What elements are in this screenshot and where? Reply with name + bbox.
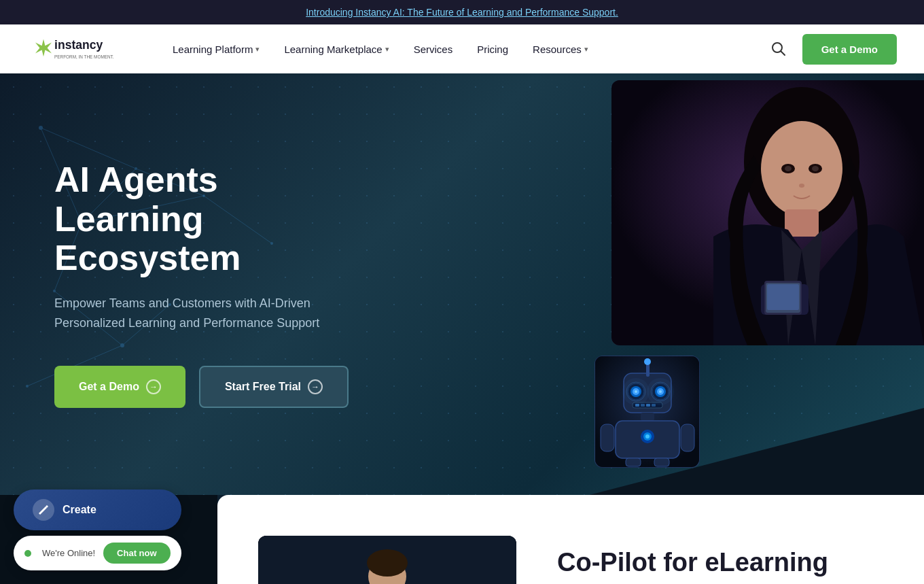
svg-point-35: [812, 166, 819, 171]
hero-buttons: Get a Demo → Start Free Trial →: [54, 366, 367, 408]
copilot-illustration: [258, 536, 516, 584]
hero-robot-image: [594, 356, 700, 468]
hero-portrait-image: [611, 80, 924, 345]
search-button[interactable]: [766, 36, 792, 62]
navbar: instancy PERFORM, IN THE MOMENT. Learnin…: [0, 24, 924, 73]
hero-title: AI Agents Learning Ecosystem: [54, 160, 367, 277]
svg-rect-49: [646, 363, 650, 377]
announcement-bar: Introducing Instancy AI: The Future of L…: [0, 0, 924, 24]
woman-illustration: [611, 80, 924, 345]
svg-text:PERFORM, IN THE MOMENT.: PERFORM, IN THE MOMENT.: [54, 54, 114, 59]
chat-widget: We're Online! Chat now: [14, 536, 181, 570]
svg-point-66: [647, 378, 674, 405]
svg-line-4: [781, 52, 785, 56]
svg-point-34: [785, 166, 792, 171]
search-icon: [771, 41, 786, 56]
svg-point-36: [799, 184, 804, 188]
svg-rect-53: [641, 404, 645, 407]
svg-rect-62: [681, 424, 694, 451]
copilot-image: [258, 536, 516, 584]
copilot-text: Co-Pilot for eLearning Creators Harness …: [557, 547, 883, 584]
logo-area: instancy PERFORM, IN THE MOMENT.: [27, 30, 136, 68]
svg-rect-54: [646, 404, 650, 407]
svg-rect-56: [641, 413, 654, 421]
logo: instancy PERFORM, IN THE MOMENT.: [27, 30, 136, 68]
copilot-right-panel: Co-Pilot for eLearning Creators Harness …: [217, 495, 924, 584]
svg-point-26: [761, 121, 842, 216]
nav-links: Learning Platform ▾ Learning Marketplace…: [163, 38, 598, 61]
svg-rect-55: [652, 404, 656, 407]
svg-point-65: [622, 378, 650, 405]
chat-status-text: We're Online!: [42, 548, 95, 558]
nav-item-services[interactable]: Services: [404, 38, 463, 61]
chevron-down-icon: ▾: [385, 45, 389, 54]
bottom-widget: Create We're Online! Chat now: [14, 489, 181, 570]
get-demo-nav-button[interactable]: Get a Demo: [802, 34, 897, 65]
robot-illustration: [595, 356, 700, 468]
announcement-link[interactable]: Introducing Instancy AI: The Future of L…: [306, 7, 618, 18]
svg-rect-61: [601, 424, 614, 451]
chat-now-button[interactable]: Chat now: [103, 543, 171, 564]
svg-rect-64: [654, 458, 669, 466]
nav-item-pricing[interactable]: Pricing: [467, 38, 518, 61]
start-free-trial-button[interactable]: Start Free Trial →: [199, 366, 349, 408]
copilot-title: Co-Pilot for eLearning Creators: [557, 547, 883, 584]
hero-content: AI Agents Learning Ecosystem Empower Tea…: [0, 106, 408, 462]
svg-marker-0: [35, 39, 52, 57]
arrow-right-icon: →: [308, 379, 323, 394]
svg-point-78: [367, 549, 408, 577]
svg-rect-31: [767, 284, 799, 310]
chevron-down-icon: ▾: [584, 45, 588, 54]
arrow-right-icon: →: [146, 379, 161, 394]
svg-text:instancy: instancy: [54, 38, 103, 52]
svg-point-60: [645, 434, 650, 439]
chevron-down-icon: ▾: [255, 45, 260, 54]
hero-section: AI Agents Learning Ecosystem Empower Tea…: [0, 73, 924, 495]
hero-subtitle: Empower Teams and Customers with AI-Driv…: [54, 294, 367, 333]
svg-rect-63: [626, 458, 641, 466]
hero-image-area: [544, 73, 924, 495]
nav-item-learning-platform[interactable]: Learning Platform ▾: [163, 38, 269, 61]
edit-icon: [33, 499, 54, 521]
svg-point-50: [644, 358, 651, 365]
nav-item-learning-marketplace[interactable]: Learning Marketplace ▾: [274, 38, 398, 61]
create-button[interactable]: Create: [14, 489, 181, 530]
nav-item-resources[interactable]: Resources ▾: [523, 38, 598, 61]
get-demo-hero-button[interactable]: Get a Demo →: [54, 366, 185, 408]
online-dot: [24, 550, 31, 557]
